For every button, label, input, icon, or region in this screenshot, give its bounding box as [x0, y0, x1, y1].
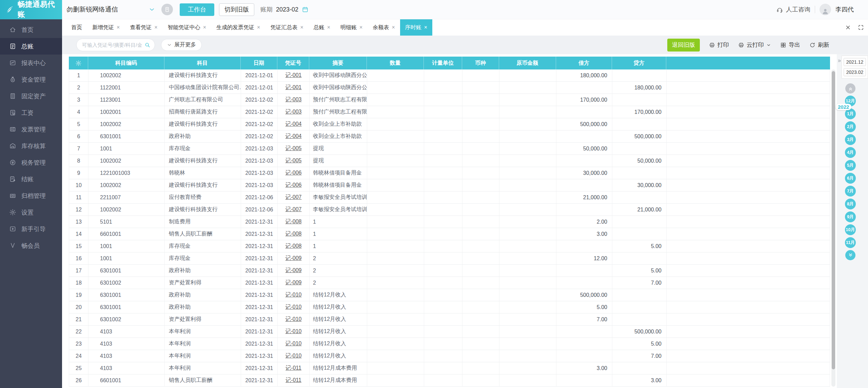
table-row[interactable]: 21122001中国移动集团设计院有限公司...2021-12-01记-001收…	[69, 82, 830, 94]
column-header-币种[interactable]: 币种	[462, 57, 499, 69]
voucher-link[interactable]: 记-008	[285, 218, 301, 225]
sidebar-item-gear[interactable]: 设置	[0, 204, 62, 221]
tab-close-icon[interactable]: ×	[392, 25, 395, 30]
tab-close-icon[interactable]: ×	[327, 25, 330, 30]
table-row[interactable]: 186301002资产处置利得2021-12-31记-00927.00	[69, 277, 830, 289]
table-row[interactable]: 161001库存现金2021-12-31记-009212.00	[69, 252, 830, 265]
table-row[interactable]: 71001库存现金2021-12-03记-005提现50,000.00	[69, 143, 830, 155]
table-row[interactable]: 216301002资产处置利得2021-12-31记-010结转12月收入7.0…	[69, 313, 830, 326]
column-header-摘要[interactable]: 摘要	[309, 57, 367, 69]
column-header-日期[interactable]: 日期	[241, 57, 277, 69]
table-row[interactable]: 206301001政府补助2021-12-31记-010结转12月收入5.00	[69, 301, 830, 313]
month-button-10月[interactable]: 10月	[845, 224, 856, 235]
column-header-贷方[interactable]: 贷方	[612, 57, 666, 69]
voucher-no[interactable]: 记-010	[278, 350, 310, 362]
period-end[interactable]: 2023.02	[844, 68, 866, 76]
voucher-link[interactable]: 记-010	[285, 340, 301, 347]
sidebar-item-member[interactable]: 畅会员	[0, 237, 62, 254]
voucher-no[interactable]: 记-009	[278, 277, 310, 289]
voucher-link[interactable]: 记-011	[285, 365, 301, 372]
voucher-no[interactable]: 记-011	[278, 362, 310, 374]
voucher-link[interactable]: 记-007	[285, 194, 301, 201]
sidebar-item-tax[interactable]: 税务管理	[0, 154, 62, 171]
voucher-link[interactable]: 记-010	[285, 328, 301, 335]
table-row[interactable]: 234103本年利润2021-12-31记-010结转12月收入5.00	[69, 338, 830, 350]
month-button-6月[interactable]: 6月	[845, 173, 856, 184]
voucher-link[interactable]: 记-010	[285, 291, 301, 299]
table-row[interactable]: 266601001销售人员职工薪酬2021-12-31记-011结转12月成本费…	[69, 374, 830, 387]
voucher-no[interactable]: 记-003	[278, 106, 310, 118]
voucher-no[interactable]: 记-001	[278, 82, 310, 94]
voucher-link[interactable]: 记-006	[285, 169, 301, 177]
table-row[interactable]: 176301001政府补助2021-12-31记-00925.00	[69, 265, 830, 277]
voucher-no[interactable]: 记-004	[278, 130, 310, 142]
tab-close-icon[interactable]: ×	[154, 25, 157, 30]
voucher-no[interactable]: 记-006	[278, 179, 310, 191]
voucher-link[interactable]: 记-009	[285, 267, 301, 274]
back-to-old-version-button[interactable]: 退回旧版	[667, 39, 700, 52]
sidebar-item-fund[interactable]: 资金管理	[0, 71, 62, 88]
month-button-7月[interactable]: 7月	[845, 186, 856, 197]
tab-close-icon[interactable]: ×	[300, 25, 303, 30]
voucher-link[interactable]: 记-008	[285, 230, 301, 238]
table-row[interactable]: 135101制造费用2021-12-31记-00812.00	[69, 216, 830, 228]
sidebar-item-chart[interactable]: 报表中心	[0, 55, 62, 71]
sidebar-item-inventory[interactable]: 库存核算	[0, 138, 62, 154]
voucher-no[interactable]: 记-010	[278, 301, 310, 313]
search-input[interactable]	[82, 42, 142, 48]
tab-新增凭证[interactable]: 新增凭证×	[87, 19, 125, 36]
tab-序时账[interactable]: 序时账×	[400, 19, 432, 36]
refresh-button[interactable]: 刷新	[809, 41, 829, 49]
table-row[interactable]: 41002001招商银行唐延路支行2021-12-02记-003预付广州联志工程…	[69, 106, 830, 118]
sidebar-item-guide[interactable]: 新手引导	[0, 221, 62, 237]
voucher-link[interactable]: 记-005	[285, 157, 301, 164]
scrollbar-thumb[interactable]	[832, 71, 835, 369]
period-start[interactable]: 2021.12	[844, 58, 866, 66]
tab-close-icon[interactable]: ×	[117, 25, 120, 30]
voucher-link[interactable]: 记-010	[285, 352, 301, 360]
voucher-no[interactable]: 记-009	[278, 252, 310, 264]
voucher-no[interactable]: 记-008	[278, 240, 310, 252]
table-row[interactable]: 151001库存现金2021-12-31记-00815.00	[69, 240, 830, 252]
voucher-no[interactable]: 记-010	[278, 338, 310, 350]
search-icon[interactable]	[144, 42, 151, 48]
table-row[interactable]: 121002002建设银行科技路支行2021-12-06记-007李敏报安全员考…	[69, 204, 830, 216]
voucher-link[interactable]: 记-009	[285, 279, 301, 286]
voucher-link[interactable]: 记-003	[285, 108, 301, 116]
workbench-button[interactable]: 工作台	[180, 3, 214, 16]
sidebar-item-ledger[interactable]: 总账	[0, 38, 62, 55]
voucher-link[interactable]: 记-007	[285, 206, 301, 213]
cloud-print-button[interactable]: 云打印	[738, 41, 771, 49]
month-button-2月[interactable]: 2月	[845, 121, 856, 132]
expand-more-button[interactable]: 展开更多	[161, 39, 202, 51]
table-row[interactable]: 51002002建设银行科技路支行2021-12-02记-004收到企业上市补助…	[69, 118, 830, 130]
table-row[interactable]: 101002002建设银行科技路支行2021-12-03记-006韩晓林借项目备…	[69, 179, 830, 191]
month-button-11月[interactable]: 11月	[845, 237, 856, 248]
voucher-link[interactable]: 记-008	[285, 243, 301, 250]
tab-总账[interactable]: 总账×	[309, 19, 335, 36]
column-header-借方[interactable]: 借方	[556, 57, 612, 69]
sidebar-item-settle[interactable]: 结账	[0, 171, 62, 187]
table-row[interactable]: 224103本年利润2021-12-31记-010结转12月收入500,000.…	[69, 326, 830, 338]
tab-close-icon[interactable]: ×	[257, 25, 260, 30]
table-row[interactable]: 81002002建设银行科技路支行2021-12-03记-005提现50,000…	[69, 155, 830, 167]
tab-余额表[interactable]: 余额表×	[368, 19, 400, 36]
table-row[interactable]: 66301001政府补助2021-12-02记-004收到企业上市补助款500,…	[69, 130, 830, 143]
table-row[interactable]: 244103本年利润2021-12-31记-010结转12月收入7.00	[69, 350, 830, 362]
column-header-凭证号[interactable]: 凭证号	[277, 57, 309, 69]
voucher-no[interactable]: 记-004	[278, 118, 310, 130]
voucher-no[interactable]: 记-009	[278, 265, 310, 277]
tab-生成的发票凭证[interactable]: 生成的发票凭证×	[211, 19, 265, 36]
switch-old-version-button[interactable]: 切到旧版	[219, 3, 254, 16]
voucher-link[interactable]: 记-011	[285, 377, 301, 384]
close-all-tabs-button[interactable]	[842, 21, 854, 34]
support-link[interactable]: 人工咨询	[776, 5, 810, 14]
voucher-no[interactable]: 记-008	[278, 228, 310, 240]
user-name[interactable]: 李四代	[835, 5, 854, 14]
fullscreen-button[interactable]	[855, 21, 867, 34]
voucher-no[interactable]: 记-007	[278, 204, 310, 216]
month-button-3月[interactable]: 3月	[845, 134, 856, 145]
voucher-no[interactable]: 记-010	[278, 313, 310, 325]
tab-close-icon[interactable]: ×	[203, 25, 206, 30]
voucher-link[interactable]: 记-010	[285, 316, 301, 323]
